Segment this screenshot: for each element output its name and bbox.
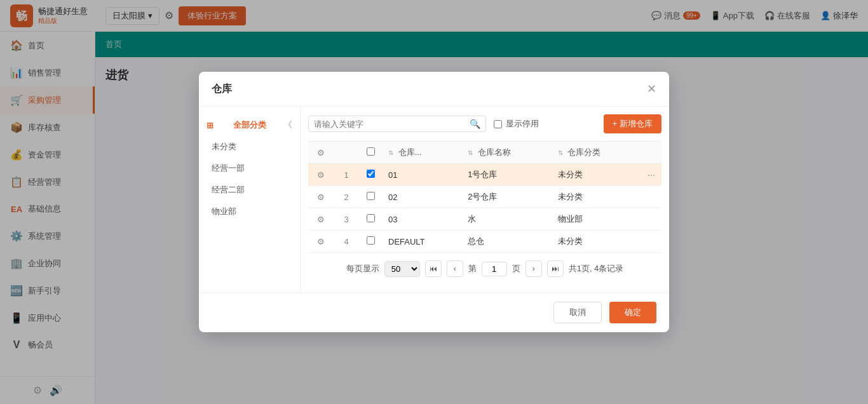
row-actions[interactable]	[641, 208, 661, 231]
col-name[interactable]: ⇅ 仓库名称	[461, 142, 552, 164]
confirm-button[interactable]: 确定	[609, 302, 656, 323]
modal-header: 仓库 ✕	[199, 72, 669, 107]
page-input[interactable]	[482, 262, 507, 276]
row-check[interactable]	[359, 208, 382, 231]
row-checkbox[interactable]	[367, 170, 375, 178]
row-num: 1	[334, 164, 359, 186]
category-item-property[interactable]: 物业部	[199, 201, 300, 222]
row-category: 未分类	[552, 186, 642, 208]
modal-footer: 取消 确定	[199, 292, 669, 332]
category-all[interactable]: ⊞ 全部分类 《	[199, 114, 300, 136]
row-more-button[interactable]: ···	[648, 170, 655, 180]
sort-icon-cat: ⇅	[558, 149, 563, 156]
select-all-checkbox[interactable]	[367, 147, 375, 156]
search-input-wrap: 🔍	[308, 116, 486, 132]
category-sidebar: ⊞ 全部分类 《 未分类 经营一部 经营二部 物业部	[199, 107, 301, 292]
row-num: 3	[334, 208, 359, 231]
page-text: 第	[468, 263, 477, 274]
col-gear: ⚙	[308, 142, 334, 164]
modal-body: ⊞ 全部分类 《 未分类 经营一部 经营二部 物业部	[199, 107, 669, 292]
row-category: 未分类	[552, 164, 642, 186]
col-code[interactable]: ⇅ 仓库...	[382, 142, 461, 164]
search-input[interactable]	[314, 119, 470, 129]
row-actions[interactable]	[641, 186, 661, 208]
table-toolbar: 🔍 显示停用 + 新增仓库	[308, 114, 661, 133]
table-area: 🔍 显示停用 + 新增仓库 ⚙	[301, 107, 669, 292]
row-gear[interactable]: ⚙	[308, 208, 334, 231]
modal-overlay: 仓库 ✕ ⊞ 全部分类 《 未分类 经营一部 经营二部	[95, 32, 868, 404]
row-check[interactable]	[359, 231, 382, 253]
row-category: 未分类	[552, 231, 642, 253]
row-code: 01	[382, 164, 461, 186]
next-page-button[interactable]: ›	[526, 260, 542, 277]
show-disabled-checkbox[interactable]	[494, 120, 502, 128]
prev-page-button[interactable]: ‹	[447, 260, 463, 277]
row-gear[interactable]: ⚙	[308, 186, 334, 208]
sort-icon: ⇅	[388, 149, 393, 156]
col-actions	[641, 142, 661, 164]
table-row[interactable]: ⚙ 4 DEFAULT 总仓 未分类	[308, 231, 661, 253]
category-item-ops2[interactable]: 经营二部	[199, 179, 300, 201]
row-actions[interactable]	[641, 231, 661, 253]
add-warehouse-button[interactable]: + 新增仓库	[604, 114, 661, 133]
warehouse-table: ⚙ ⇅ 仓库... ⇅ 仓库名称	[308, 141, 661, 253]
modal-title: 仓库	[212, 83, 232, 96]
table-row[interactable]: ⚙ 1 01 1号仓库 未分类 ···	[308, 164, 661, 186]
row-code: 03	[382, 208, 461, 231]
col-check	[359, 142, 382, 164]
grid-icon: ⊞	[207, 121, 214, 130]
warehouse-modal: 仓库 ✕ ⊞ 全部分类 《 未分类 经营一部 经营二部	[199, 72, 669, 332]
first-page-button[interactable]: ⏮	[425, 260, 442, 277]
total-info: 共1页, 4条记录	[569, 263, 624, 274]
modal-close-button[interactable]: ✕	[647, 82, 656, 96]
row-num: 4	[334, 231, 359, 253]
row-check[interactable]	[359, 186, 382, 208]
row-gear[interactable]: ⚙	[308, 231, 334, 253]
last-page-button[interactable]: ⏭	[547, 260, 564, 277]
col-num	[334, 142, 359, 164]
row-check[interactable]	[359, 164, 382, 186]
page-label: 页	[512, 263, 520, 274]
row-code: DEFAULT	[382, 231, 461, 253]
row-actions[interactable]: ···	[641, 164, 661, 186]
row-name: 1号仓库	[461, 164, 552, 186]
page-size-select[interactable]: 50 20 100	[384, 261, 420, 277]
cancel-button[interactable]: 取消	[553, 302, 602, 323]
row-code: 02	[382, 186, 461, 208]
row-category: 物业部	[552, 208, 642, 231]
col-category[interactable]: ⇅ 仓库分类	[552, 142, 642, 164]
table-row[interactable]: ⚙ 3 03 水 物业部	[308, 208, 661, 231]
search-icon: 🔍	[470, 119, 480, 129]
row-num: 2	[334, 186, 359, 208]
collapse-button[interactable]: 《	[283, 119, 292, 131]
row-name: 水	[461, 208, 552, 231]
category-item-unclassified[interactable]: 未分类	[199, 136, 300, 158]
row-checkbox[interactable]	[367, 236, 375, 245]
table-row[interactable]: ⚙ 2 02 2号仓库 未分类	[308, 186, 661, 208]
row-name: 2号仓库	[461, 186, 552, 208]
main-content: 首页 进货 仓库 ✕ ⊞ 全部分类	[95, 32, 868, 404]
row-gear[interactable]: ⚙	[308, 164, 334, 186]
sort-icon-name: ⇅	[468, 149, 473, 156]
main-layout: 🏠 首页 📊 销售管理 🛒 采购管理 📦 库存核查 💰 资金管理 📋 经营管理 …	[0, 32, 868, 404]
row-name: 总仓	[461, 231, 552, 253]
show-disabled-label: 显示停用	[494, 118, 539, 130]
category-item-ops1[interactable]: 经营一部	[199, 158, 300, 179]
row-checkbox[interactable]	[367, 214, 375, 222]
row-checkbox[interactable]	[367, 192, 375, 200]
pagination: 每页显示 50 20 100 ⏮ ‹ 第 页 ›	[308, 253, 661, 285]
